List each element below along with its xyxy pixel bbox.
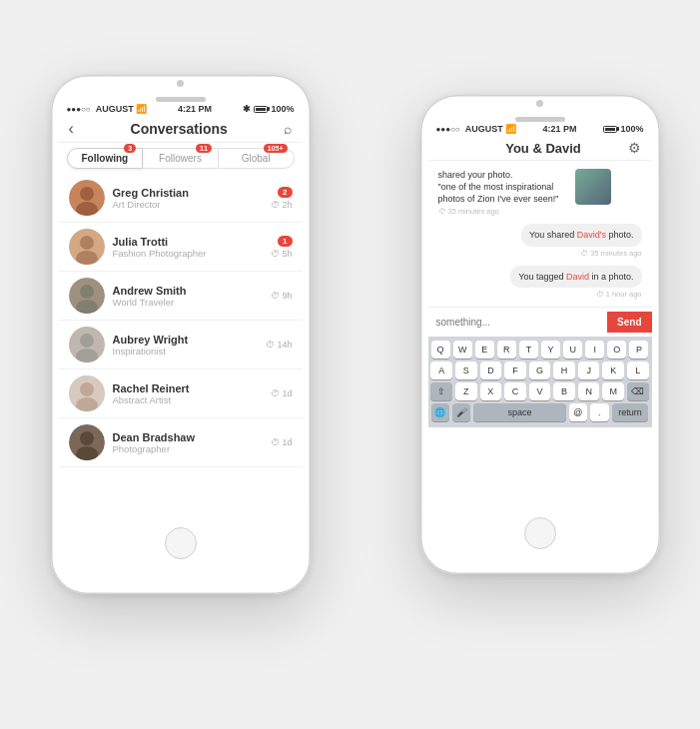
search-button[interactable]: ⌕ xyxy=(284,121,292,137)
right-status-left: ●●●○○ AUGUST 📶 xyxy=(436,124,516,134)
key-.[interactable]: . xyxy=(590,403,608,421)
back-button[interactable]: ‹ xyxy=(69,120,74,138)
input-area: Send xyxy=(428,307,652,337)
status-right: ✱ 100% xyxy=(243,104,294,114)
msg2-text: You shared David's photo. xyxy=(529,230,633,240)
msg1-body: "one of the most inspirational photos of… xyxy=(438,182,559,204)
left-camera xyxy=(177,80,184,87)
key-🌐[interactable]: 🌐 xyxy=(431,403,449,421)
key-y[interactable]: Y xyxy=(541,341,560,359)
key-t[interactable]: T xyxy=(519,341,538,359)
key-space[interactable]: space xyxy=(473,403,565,421)
svg-point-7 xyxy=(80,285,94,299)
right-battery-label: 100% xyxy=(620,124,643,134)
send-button[interactable]: Send xyxy=(607,312,651,333)
following-badge: 3 xyxy=(124,144,136,153)
key-p[interactable]: P xyxy=(629,341,648,359)
right-home-button[interactable] xyxy=(524,517,556,549)
conv-meta: ⏱ 1d xyxy=(271,437,293,447)
settings-button[interactable]: ⚙ xyxy=(628,140,641,156)
conv-meta: 1 ⏱ 5h xyxy=(271,236,293,259)
tabs-container: Following 3 Followers 11 Global 105+ xyxy=(59,143,303,174)
chat-bubble-1: shared your photo. "one of the most insp… xyxy=(438,169,570,205)
right-status-time: 4:21 PM xyxy=(543,124,577,134)
key-x[interactable]: X xyxy=(480,382,502,400)
key-e[interactable]: E xyxy=(475,341,494,359)
key-l[interactable]: L xyxy=(627,362,649,379)
conversation-item[interactable]: Greg Christian Art Director 2 ⏱ 2h xyxy=(59,174,303,223)
conversation-item[interactable]: Aubrey Wright Inspirationist ⏱ 14h xyxy=(59,321,303,369)
clock-icon-1: ⏱ xyxy=(438,207,446,216)
key-r[interactable]: R xyxy=(497,341,516,359)
keyboard-row-2: ⇧ZXCVBNM⌫ xyxy=(431,382,649,400)
key-⌫[interactable]: ⌫ xyxy=(627,382,649,400)
key-return[interactable]: return xyxy=(612,403,649,421)
conv-time: ⏱ 1d xyxy=(271,437,293,447)
left-home-button[interactable] xyxy=(165,527,197,559)
key-o[interactable]: O xyxy=(607,341,626,359)
conv-info: Dean Bradshaw Photographer xyxy=(113,431,263,454)
key-g[interactable]: G xyxy=(529,362,551,379)
key-n[interactable]: N xyxy=(578,382,600,400)
key-u[interactable]: U xyxy=(563,341,582,359)
conv-name: Julia Trotti xyxy=(113,236,263,248)
key-q[interactable]: Q xyxy=(431,341,450,359)
conversation-item[interactable]: Rachel Reinert Abstract Artist ⏱ 1d xyxy=(59,369,303,418)
key-h[interactable]: H xyxy=(553,362,575,379)
conversation-list: Greg Christian Art Director 2 ⏱ 2h Julia… xyxy=(59,174,303,467)
msg1-time: ⏱ 35 minutes ago xyxy=(438,207,499,216)
key-@[interactable]: @ xyxy=(569,403,587,421)
key-a[interactable]: A xyxy=(430,362,452,379)
right-phone: ●●●○○ AUGUST 📶 4:21 PM 100% You & David … xyxy=(420,95,660,574)
key-i[interactable]: I xyxy=(585,341,604,359)
key-s[interactable]: S xyxy=(455,362,477,379)
wifi-icon: 📶 xyxy=(136,104,147,114)
key-f[interactable]: F xyxy=(504,362,526,379)
conversation-item[interactable]: Dean Bradshaw Photographer ⏱ 1d xyxy=(59,418,303,467)
key-c[interactable]: C xyxy=(504,382,526,400)
chat-title: You & David xyxy=(505,141,581,156)
key-v[interactable]: V xyxy=(529,382,551,400)
battery-label: 100% xyxy=(271,104,294,114)
tab-global[interactable]: Global 105+ xyxy=(219,148,295,169)
svg-point-10 xyxy=(80,334,94,348)
key-z[interactable]: Z xyxy=(455,382,477,400)
photo-thumbnail xyxy=(575,169,611,205)
msg3-link: David xyxy=(566,272,589,282)
key-d[interactable]: D xyxy=(480,362,502,379)
svg-point-13 xyxy=(80,382,94,396)
conv-name: Andrew Smith xyxy=(113,285,263,297)
conv-info: Julia Trotti Fashion Photographer xyxy=(113,236,263,259)
clock-icon-2: ⏱ xyxy=(580,249,588,258)
tab-followers[interactable]: Followers 11 xyxy=(143,148,219,169)
key-j[interactable]: J xyxy=(578,362,600,379)
chat-input-field[interactable] xyxy=(436,317,604,328)
conv-sub: World Traveler xyxy=(113,297,263,308)
conv-meta: 2 ⏱ 2h xyxy=(271,187,293,210)
chat-message-3: You tagged David in a photo. ⏱ 1 hour ag… xyxy=(510,266,641,299)
conv-sub: Art Director xyxy=(113,199,263,210)
conversation-item[interactable]: Julia Trotti Fashion Photographer 1 ⏱ 5h xyxy=(59,223,303,272)
key-k[interactable]: K xyxy=(602,362,624,379)
status-left: ●●●○○ AUGUST 📶 xyxy=(67,104,147,114)
tab-following[interactable]: Following 3 xyxy=(67,148,144,169)
followers-badge: 11 xyxy=(196,144,212,153)
conv-info: Rachel Reinert Abstract Artist xyxy=(113,382,263,405)
key-m[interactable]: M xyxy=(602,382,624,400)
conversation-item[interactable]: Andrew Smith World Traveler ⏱ 9h xyxy=(59,272,303,321)
signal-icon: ●●●○○ xyxy=(67,105,91,114)
clock-icon: ⏱ xyxy=(271,291,280,301)
clock-icon: ⏱ xyxy=(266,340,275,350)
conv-meta: ⏱ 9h xyxy=(271,291,293,301)
key-⇧[interactable]: ⇧ xyxy=(430,382,452,400)
key-🎤[interactable]: 🎤 xyxy=(452,403,470,421)
msg2-time: ⏱ 35 minutes ago xyxy=(580,249,641,258)
conv-info: Aubrey Wright Inspirationist xyxy=(113,334,258,357)
status-time: 4:21 PM xyxy=(178,104,212,114)
clock-icon: ⏱ xyxy=(271,249,280,259)
svg-point-16 xyxy=(80,431,94,445)
key-w[interactable]: W xyxy=(453,341,472,359)
conv-name: Aubrey Wright xyxy=(113,334,258,346)
key-b[interactable]: B xyxy=(553,382,575,400)
keyboard-row-3: 🌐🎤space@.return xyxy=(431,403,649,421)
